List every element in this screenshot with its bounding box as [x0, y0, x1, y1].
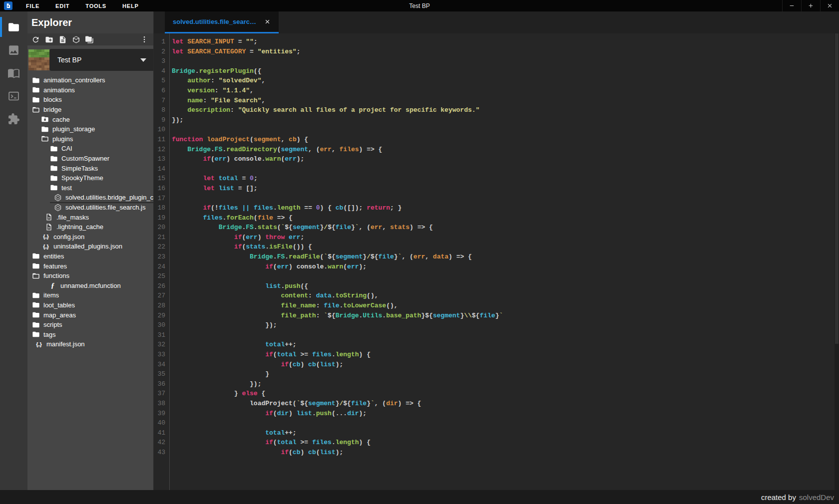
tree-item[interactable]: {..}config.json [27, 232, 153, 242]
code-line: 8 description: "Quickly search all files… [154, 105, 839, 115]
tree-item[interactable]: features [27, 261, 153, 271]
code-editor[interactable]: 1let SEARCH_INPUT = "";2let SEARCH_CATEG… [154, 33, 839, 490]
line-number: 38 [154, 399, 167, 409]
tree-item[interactable]: animations [27, 85, 153, 95]
code-line: 32 total++; [154, 340, 839, 350]
tree-item[interactable]: plugins [27, 134, 153, 144]
code-line: 21 if(err) throw err; [154, 233, 839, 243]
minimize-button[interactable] [782, 0, 801, 11]
code-text: if(!files || files.length == 0) { cb([])… [167, 203, 402, 213]
rail-item-documentation[interactable] [0, 61, 27, 84]
code-line: 18 if(!files || files.length == 0) { cb(… [154, 203, 839, 213]
code-line: 30 }); [154, 320, 839, 330]
tree-item[interactable]: .lightning_cache [27, 222, 153, 232]
code-text: }); [167, 320, 277, 330]
scrollbar-thumb[interactable] [835, 33, 839, 344]
package-button[interactable] [72, 35, 80, 44]
tree-item[interactable]: CAI [27, 144, 153, 154]
folder-icon [49, 144, 58, 153]
menu-tools[interactable]: TOOLS [77, 0, 114, 11]
tree-item[interactable]: bridge [27, 105, 153, 115]
code-text [167, 418, 172, 428]
tree-item[interactable]: {..}manifest.json [27, 339, 153, 349]
tree-item[interactable]: tags [27, 329, 153, 339]
code-text: let total = 0; [167, 174, 258, 184]
tree-item[interactable]: loot_tables [27, 300, 153, 310]
explorer-panel: Explorer Test BP animation_controllersan… [27, 11, 154, 490]
code-line: 20 Bridge.FS.stats(`${segment}/${file}`,… [154, 223, 839, 233]
code-text: loadProject(`${segment}/${file}`, (dir) … [167, 399, 421, 409]
tree-item[interactable]: solved.utilities.file_search.js [27, 203, 153, 213]
tree-item[interactable]: cache [27, 114, 153, 124]
dots-vertical-button[interactable] [140, 35, 148, 43]
folder-stack-button[interactable] [85, 35, 94, 44]
tree-item[interactable]: {..}uninstalled_plugins.json [27, 242, 153, 252]
image-icon [7, 44, 20, 56]
code-line: 36 }); [154, 379, 839, 389]
rail-item-resources[interactable] [0, 38, 27, 61]
code-text: if(err) throw err; [167, 233, 304, 243]
tree-item[interactable]: ƒunnamed.mcfunction [27, 280, 153, 290]
tree-item[interactable]: plugin_storage [27, 124, 153, 134]
tree-item[interactable]: CustomSpawner [27, 154, 153, 164]
maximize-button[interactable] [801, 0, 820, 11]
tree-item[interactable]: animation_controllers [27, 75, 153, 85]
tree-item-label: bridge [43, 106, 61, 113]
rail-item-explorer[interactable] [0, 15, 27, 38]
tree-item-label: manifest.json [46, 340, 85, 348]
line-number: 24 [154, 262, 167, 272]
function-icon: ƒ [48, 281, 57, 290]
tree-item[interactable]: map_areas [27, 310, 153, 320]
braces-icon: {..} [41, 233, 50, 241]
tree-item-label: blocks [43, 96, 62, 103]
tree-item-label: map_areas [43, 311, 76, 319]
tree-item[interactable]: blocks [27, 95, 153, 105]
tree-item[interactable]: scripts [27, 320, 153, 330]
tree-item-label: functions [43, 272, 69, 279]
menu-edit[interactable]: EDIT [47, 0, 77, 11]
close-window-button[interactable] [820, 0, 839, 11]
code-text [167, 164, 172, 174]
tree-item-label: plugin_storage [52, 125, 95, 133]
tree-item[interactable]: SpookyTheme [27, 173, 153, 183]
code-text [167, 125, 172, 135]
tree-item-label: scripts [43, 321, 62, 328]
code-text: if(total >= files.length) { [167, 438, 371, 448]
code-text: if(cb) cb(list); [167, 448, 343, 458]
tree-item[interactable]: solved.utilities.bridge_plugin_cre [27, 193, 153, 203]
refresh-button[interactable] [31, 35, 40, 44]
code-line: 41 total++; [154, 428, 839, 438]
grass-block-icon [28, 49, 49, 70]
create-folder-button[interactable] [45, 35, 53, 44]
editor-scrollbar[interactable] [835, 33, 839, 490]
line-number: 9 [154, 115, 167, 125]
line-number: 14 [154, 164, 167, 174]
menu-file[interactable]: FILE [18, 0, 47, 11]
app-logo-icon [4, 1, 12, 10]
code-text: } [167, 369, 269, 379]
tab-close-icon[interactable] [264, 18, 271, 25]
tree-item[interactable]: entities [27, 252, 153, 261]
rail-item-console[interactable] [0, 84, 27, 107]
tab-file-search[interactable]: solved.utilities.file_searc… [165, 11, 279, 33]
code-line: 10 [154, 125, 839, 135]
chevron-down-icon [140, 58, 146, 62]
project-selector[interactable]: Test BP [27, 48, 153, 71]
tree-item-label: cache [52, 116, 70, 123]
code-line: 9}); [154, 115, 839, 125]
code-line: 2let SEARCH_CATEGORY = "entities"; [154, 47, 839, 57]
project-select-box[interactable]: Test BP [49, 49, 153, 71]
tree-item[interactable]: .file_masks [27, 212, 153, 222]
tree-item[interactable]: SimpleTasks [27, 163, 153, 173]
tree-item-label: animation_controllers [43, 76, 105, 84]
create-file-button[interactable] [58, 35, 67, 44]
code-text: Bridge.FS.readDirectory(segment, (err, f… [167, 145, 382, 155]
rail-item-plugins[interactable] [0, 107, 27, 130]
line-number: 37 [154, 389, 167, 399]
tree-item[interactable]: test [27, 183, 153, 193]
tree-item[interactable]: items [27, 290, 153, 300]
line-number: 12 [154, 145, 167, 155]
menu-help[interactable]: HELP [114, 0, 147, 11]
tree-item[interactable]: functions [27, 271, 153, 281]
folder-icon [49, 164, 58, 173]
